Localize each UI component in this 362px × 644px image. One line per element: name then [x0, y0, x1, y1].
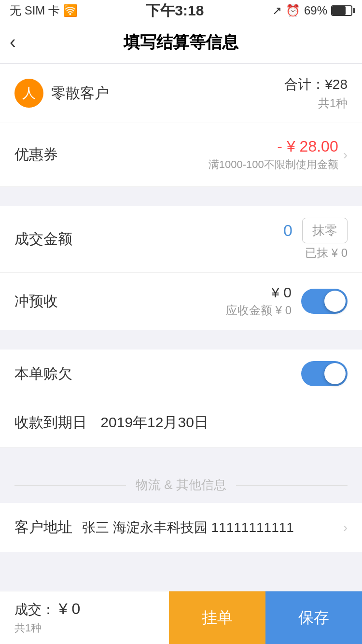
prepayment-label: 冲预收 [14, 292, 58, 311]
alarm-icon: ⏰ [286, 4, 300, 17]
status-bar: 无 SIM 卡 🛜 下午3:18 ↗ ⏰ 69% [0, 0, 362, 21]
section-divider-3 [0, 457, 362, 467]
coupon-right: - ¥ 28.00 满1000-100不限制使用金额 › [209, 138, 348, 172]
prepayment-row: 冲预收 ¥ 0 应收金额 ¥ 0 [0, 273, 362, 330]
coupon-chevron-icon: › [343, 147, 348, 163]
deal-amount-controls: 抹零 [235, 218, 348, 243]
status-right: ↗ ⏰ 69% [272, 4, 352, 17]
credit-row: 本单赊欠 [0, 350, 362, 398]
deal-amount-label: 成交金额 [14, 229, 72, 249]
customer-count: 共1种 [284, 96, 348, 111]
deal-amount-right: 抹零 已抹 ¥ 0 [235, 218, 348, 261]
address-section: 客户地址 张三 海淀永丰科技园 11111111111 › [0, 503, 362, 552]
bottom-summary: 成交： ¥ 0 共1种 [0, 600, 169, 635]
section-divider-1 [0, 196, 362, 206]
deal-amount-input[interactable] [235, 221, 292, 240]
customer-left: 人 零散客户 [14, 79, 109, 108]
prepayment-amount: ¥ 0 [226, 284, 292, 301]
credit-section: 本单赊欠 收款到期日 2019年12月30日 [0, 350, 362, 448]
credit-label: 本单赊欠 [14, 364, 72, 384]
customer-avatar: 人 [14, 79, 43, 108]
deal-amount-sub: 已抹 ¥ 0 [235, 245, 348, 261]
page-title: 填写结算等信息 [124, 31, 238, 54]
battery-text: 69% [304, 4, 327, 17]
coupon-row[interactable]: 优惠券 - ¥ 28.00 满1000-100不限制使用金额 › [0, 123, 362, 187]
address-row[interactable]: 客户地址 张三 海淀永丰科技园 11111111111 › [0, 503, 362, 552]
logistics-section: 物流 & 其他信息 [0, 467, 362, 503]
location-icon: ↗ [272, 4, 282, 17]
save-button-label: 保存 [298, 607, 329, 629]
address-value: 张三 海淀永丰科技园 11111111111 [82, 518, 343, 537]
credit-toggle-knob [324, 363, 346, 384]
section-divider-2 [0, 340, 362, 350]
customer-row: 人 零散客户 合计：¥28 共1种 [0, 64, 362, 123]
logistics-label: 物流 & 其他信息 [126, 476, 236, 493]
prepayment-right: ¥ 0 应收金额 ¥ 0 [226, 284, 348, 318]
coupon-content: - ¥ 28.00 满1000-100不限制使用金额 [209, 138, 338, 172]
deal-section: 成交金额 抹零 已抹 ¥ 0 冲预收 ¥ 0 应收金额 ¥ 0 [0, 206, 362, 330]
hang-button[interactable]: 挂单 [169, 591, 265, 644]
bottom-deal-label: 成交： [14, 602, 55, 617]
bottom-count: 共1种 [14, 621, 154, 635]
coupon-label: 优惠券 [14, 145, 58, 165]
customer-total: 合计：¥28 [284, 75, 348, 94]
credit-toggle[interactable] [301, 361, 348, 386]
status-time: 下午3:18 [146, 1, 204, 21]
avatar-icon: 人 [22, 84, 36, 102]
round-zero-button[interactable]: 抹零 [302, 218, 348, 243]
nav-bar: ‹ 填写结算等信息 [0, 21, 362, 64]
back-button[interactable]: ‹ [10, 32, 16, 53]
address-label: 客户地址 [14, 518, 72, 537]
prepayment-toggle[interactable] [301, 289, 348, 314]
due-date-label: 收款到期日 [14, 414, 87, 430]
bottom-bar: 成交： ¥ 0 共1种 挂单 保存 [0, 591, 362, 644]
prepayment-amounts: ¥ 0 应收金额 ¥ 0 [226, 284, 292, 318]
no-sim-text: 无 SIM 卡 🛜 [10, 3, 78, 18]
deal-amount-row: 成交金额 抹零 已抹 ¥ 0 [0, 206, 362, 273]
customer-section: 人 零散客户 合计：¥28 共1种 优惠券 - ¥ 28.00 满1000-10… [0, 64, 362, 187]
due-date-value: 2019年12月30日 [100, 414, 208, 430]
address-chevron-icon: › [343, 520, 348, 535]
status-left: 无 SIM 卡 🛜 [10, 3, 78, 18]
hang-button-label: 挂单 [202, 607, 233, 629]
prepayment-sub: 应收金额 ¥ 0 [226, 303, 292, 318]
customer-name: 零散客户 [51, 84, 109, 103]
content-area: 人 零散客户 合计：¥28 共1种 优惠券 - ¥ 28.00 满1000-10… [0, 64, 362, 620]
due-date-row[interactable]: 收款到期日 2019年12月30日 [0, 398, 362, 448]
toggle-knob [324, 291, 346, 312]
coupon-discount: - ¥ 28.00 [209, 138, 338, 155]
bottom-deal-line: 成交： ¥ 0 [14, 600, 154, 619]
coupon-desc: 满1000-100不限制使用金额 [209, 157, 338, 172]
customer-right: 合计：¥28 共1种 [284, 75, 348, 111]
bottom-deal-amount: ¥ 0 [59, 600, 80, 617]
battery-icon [331, 5, 352, 16]
save-button[interactable]: 保存 [265, 591, 362, 644]
